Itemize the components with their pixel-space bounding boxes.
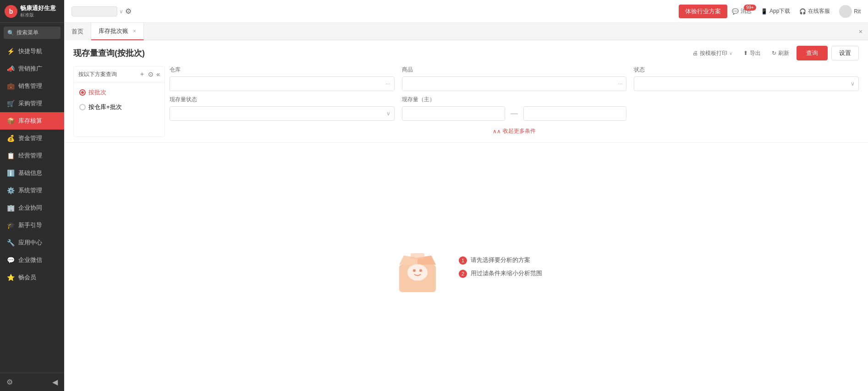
sidebar-item-label: 采购管理 — [18, 99, 42, 108]
empty-step-2: 2 用过滤条件来缩小分析范围 — [459, 269, 542, 278]
scheme-header-actions: ＋ ⊙ « — [139, 70, 160, 78]
sidebar-item-wechat[interactable]: 💬 企业微信 — [0, 251, 64, 269]
inventory-status-label: 现存量状态 — [170, 96, 395, 103]
brand-version: 标准版 — [20, 12, 56, 18]
page-title: 现存量查询(按批次) — [73, 48, 145, 59]
print-dropdown-icon[interactable]: ∨ — [729, 51, 732, 56]
quantity-to-input[interactable] — [523, 106, 626, 121]
sidebar-nav: ⚡ 快捷导航 📣 营销推广 💼 销售管理 🛒 采购管理 📦 库存核算 💰 资金管… — [0, 43, 64, 373]
tab-inventory-batch[interactable]: 库存批次账 × — [91, 23, 144, 40]
wechat-icon: 💬 — [6, 256, 15, 264]
sidebar-item-label: 营销推广 — [18, 65, 42, 73]
sidebar-item-quick-nav[interactable]: ⚡ 快捷导航 — [0, 43, 64, 60]
sidebar-item-system[interactable]: ⚙️ 系统管理 — [0, 182, 64, 199]
sidebar-item-app-center[interactable]: 🔧 应用中心 — [0, 234, 64, 251]
step-2-text: 用过滤条件来缩小分析范围 — [471, 269, 542, 277]
scheme-add-icon[interactable]: ＋ — [139, 70, 145, 78]
app-download-label: App下载 — [769, 7, 790, 15]
sidebar-search[interactable]: 🔍 搜索菜单 — [4, 27, 60, 39]
quantity-field: 现存量（主） — — [402, 96, 627, 121]
sidebar-item-marketing[interactable]: 📣 营销推广 — [0, 60, 64, 77]
sidebar-item-operations[interactable]: 📋 经营管理 — [0, 147, 64, 164]
status-label: 状态 — [634, 66, 859, 74]
purchase-icon: 🛒 — [6, 99, 15, 108]
inventory-status-field: 现存量状态 ∨ — [170, 96, 395, 121]
sidebar-item-label: 快捷导航 — [18, 47, 42, 55]
query-button[interactable]: 查询 — [797, 46, 828, 60]
guide-icon: 🎓 — [6, 221, 15, 229]
print-label: 按模板打印 — [700, 49, 727, 57]
enterprise-icon: 🏢 — [6, 204, 15, 212]
warehouse-label: 仓库 — [170, 66, 395, 74]
goods-input[interactable]: ··· — [402, 76, 627, 91]
sidebar-item-label: 资金管理 — [18, 134, 42, 142]
sidebar-item-label: 企业协同 — [18, 204, 42, 212]
trial-button[interactable]: 体验行业方案 — [679, 5, 727, 18]
svg-rect-6 — [411, 253, 424, 259]
scheme-settings-icon[interactable]: ⊙ — [148, 71, 154, 78]
sidebar-item-guide[interactable]: 🎓 新手引导 — [0, 217, 64, 234]
brand-name: 畅康通好生意 — [20, 5, 56, 12]
app-download-icon: 📱 — [761, 8, 768, 15]
tab-bar-close-button[interactable]: × — [853, 28, 868, 35]
sidebar-footer: ⚙ ◀ — [0, 373, 64, 391]
page-header: 现存量查询(按批次) 🖨 按模板打印 ∨ ⬆ 导出 ↻ 刷新 查询 设置 — [64, 40, 868, 60]
finance-icon: 💰 — [6, 134, 15, 142]
app-download-button[interactable]: 📱 App下载 — [761, 7, 790, 15]
scheme-item-by-batch[interactable]: 按批次 — [74, 85, 165, 100]
breadcrumb: ∨ ⚙ — [71, 6, 674, 16]
tab-home[interactable]: 首页 — [64, 23, 91, 40]
sidebar-item-enterprise[interactable]: 🏢 企业协同 — [0, 199, 64, 217]
footer-collapse-icon[interactable]: ◀ — [52, 378, 58, 386]
step-2-number: 2 — [459, 270, 467, 278]
customer-service-button[interactable]: 🎧 在线客服 — [799, 7, 830, 15]
quick-nav-icon: ⚡ — [6, 47, 15, 55]
topbar-gear-icon[interactable]: ⚙ — [125, 7, 132, 16]
sidebar-item-inventory[interactable]: 📦 库存核算 — [0, 112, 64, 130]
scheme-item-by-warehouse-batch[interactable]: 按仓库+批次 — [74, 100, 165, 114]
settings-button[interactable]: 设置 — [831, 46, 859, 60]
goods-field: 商品 ··· — [402, 66, 627, 91]
quantity-dash: — — [511, 109, 518, 118]
collapse-more-label: 收起更多条件 — [503, 127, 536, 135]
user-menu[interactable]: Rit — [839, 5, 861, 18]
scheme-header: 按以下方案查询 ＋ ⊙ « — [74, 66, 165, 82]
empty-steps: 1 请先选择要分析的方案 2 用过滤条件来缩小分析范围 — [459, 256, 542, 278]
tab-home-label: 首页 — [71, 27, 83, 36]
inventory-status-dropdown[interactable]: ∨ — [170, 106, 395, 121]
warehouse-dots-icon[interactable]: ··· — [386, 81, 390, 87]
vip-icon: ⭐ — [6, 273, 15, 282]
warehouse-input[interactable]: ··· — [170, 76, 395, 91]
operations-icon: 📋 — [6, 152, 15, 160]
sidebar-item-purchase[interactable]: 🛒 采购管理 — [0, 95, 64, 112]
refresh-button[interactable]: ↻ 刷新 — [768, 48, 793, 59]
sidebar-item-label: 畅会员 — [18, 273, 36, 282]
step-1-text: 请先选择要分析的方案 — [471, 256, 530, 264]
goods-dots-icon[interactable]: ··· — [618, 81, 622, 87]
sidebar-item-finance[interactable]: 💰 资金管理 — [0, 130, 64, 147]
customer-service-label: 在线客服 — [808, 7, 830, 15]
export-button[interactable]: ⬆ 导出 — [740, 48, 764, 59]
warehouse-field: 仓库 ··· — [170, 66, 395, 91]
footer-settings-icon[interactable]: ⚙ — [6, 378, 13, 386]
tab-close-icon[interactable]: × — [133, 28, 136, 34]
collapse-more-button[interactable]: ∧∧ 收起更多条件 — [170, 125, 859, 137]
message-button[interactable]: 💬 消息 99+ — [732, 7, 752, 15]
scheme-panel: 按以下方案查询 ＋ ⊙ « 按批次 — [73, 66, 165, 137]
scheme-radio-inactive — [79, 104, 86, 110]
main-area: ∨ ⚙ 体验行业方案 💬 消息 99+ 📱 App下载 🎧 在线客服 Rit — [64, 0, 868, 391]
page-actions: 🖨 按模板打印 ∨ ⬆ 导出 ↻ 刷新 查询 设置 — [689, 46, 859, 60]
sidebar-item-sales[interactable]: 💼 销售管理 — [0, 77, 64, 95]
customer-service-icon: 🎧 — [799, 8, 806, 15]
status-dropdown[interactable]: ∨ — [634, 76, 859, 91]
sidebar-item-vip[interactable]: ⭐ 畅会员 — [0, 269, 64, 286]
filter-row-1: 仓库 ··· 商品 ··· 状态 — [170, 66, 859, 91]
scheme-collapse-icon[interactable]: « — [156, 71, 160, 78]
print-button[interactable]: 🖨 按模板打印 ∨ — [689, 48, 736, 59]
marketing-icon: 📣 — [6, 65, 15, 73]
sidebar-item-basic-info[interactable]: ℹ️ 基础信息 — [0, 164, 64, 182]
topbar: ∨ ⚙ 体验行业方案 💬 消息 99+ 📱 App下载 🎧 在线客服 Rit — [64, 0, 868, 23]
breadcrumb-input[interactable] — [71, 6, 117, 16]
quantity-from-input[interactable] — [402, 106, 505, 121]
basic-info-icon: ℹ️ — [6, 169, 15, 177]
